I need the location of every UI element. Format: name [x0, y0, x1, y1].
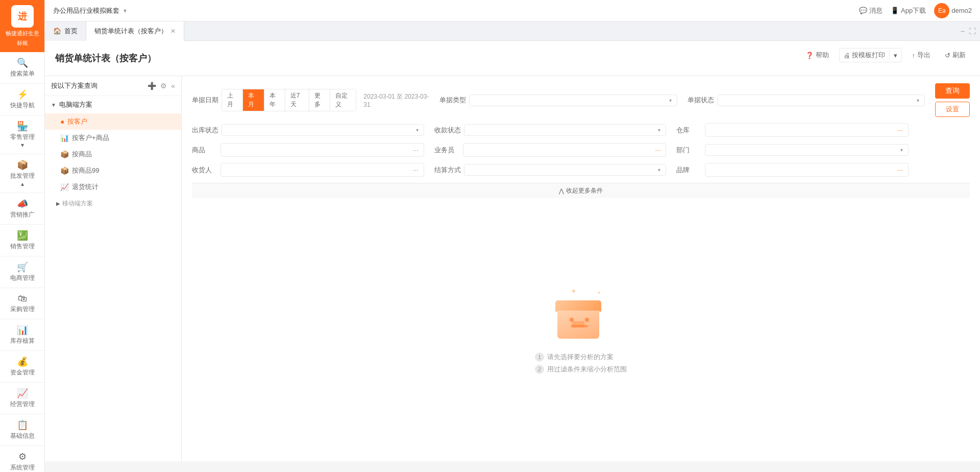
sidebar-item-ecommerce[interactable]: 🛒 电商管理: [0, 256, 44, 288]
sidebar-item-label: 库存核算: [10, 337, 35, 345]
filter-settlement-input[interactable]: ▾: [464, 164, 667, 176]
filter-department-arrow: ▾: [900, 147, 903, 153]
basicinfo-icon: 📋: [17, 419, 28, 431]
help-btn[interactable]: ❓ 帮助: [801, 49, 833, 62]
empty-hints: 1 请先选择要分析的方案 2 用过滤条件来缩小分析范围: [535, 352, 627, 374]
export-btn[interactable]: ↑ 导出: [908, 49, 935, 62]
retail-icon: 🏪: [17, 121, 28, 132]
tree-item-label: 退货统计: [72, 182, 99, 192]
left-panel-header: 按以下方案查询 ➕ ⚙ «: [45, 76, 181, 96]
sidebar-item-basicinfo[interactable]: 📋 基础信息: [0, 414, 44, 446]
sidebar-item-finance[interactable]: 💰 资金管理: [0, 351, 44, 383]
filter-goods-input[interactable]: ···: [220, 143, 424, 157]
tree-item-label: 按商品99: [72, 166, 99, 175]
date-btn-last7[interactable]: 近7天: [285, 89, 309, 111]
user-area[interactable]: Ea demo2: [934, 3, 972, 18]
sidebar-item-retail[interactable]: 🏪 零售管理 ▾: [0, 115, 44, 154]
date-btn-thisyear[interactable]: 本年: [264, 89, 285, 111]
search-icon: 🔍: [17, 57, 28, 68]
sidebar-item-marketing[interactable]: 📣 营销推广: [0, 193, 44, 225]
filter-row-4: 收货人 ··· 结算方式 ▾: [192, 163, 970, 177]
filter-department-input[interactable]: ▾: [705, 144, 909, 156]
filter-brand-input[interactable]: ···: [705, 163, 909, 177]
tree-item-by-goods[interactable]: 📦 按商品: [45, 146, 181, 162]
date-btn-more[interactable]: 更多: [309, 89, 330, 111]
filter-department: 部门 ▾: [676, 144, 909, 156]
tab-maximize-icon[interactable]: ⛶: [969, 27, 976, 35]
collapse-panel-icon[interactable]: «: [171, 82, 175, 90]
filter-brand-label: 品牌: [676, 166, 702, 175]
filter-recv-status-input[interactable]: ▾: [464, 124, 667, 136]
left-panel-icons: ➕ ⚙ «: [148, 82, 175, 90]
filter-settlement-label: 结算方式: [434, 166, 461, 175]
tree-item-label: 按客户+商品: [72, 133, 109, 143]
sidebar-item-inventory[interactable]: 📊 库存核算: [0, 319, 44, 351]
hint-num-2: 2: [535, 365, 544, 374]
query-button[interactable]: 查询: [935, 83, 970, 99]
sidebar-item-quicknav[interactable]: ⚡ 快捷导航: [0, 84, 44, 115]
filter-doc-status-arrow: ▾: [917, 98, 919, 103]
help-icon: ❓: [805, 52, 814, 59]
filter-doc-type-input[interactable]: ▾: [469, 95, 677, 106]
filter-receiver-dots: ···: [413, 166, 419, 174]
filter-salesperson-input[interactable]: ···: [463, 143, 667, 157]
sparkle-small-icon: ✦: [597, 290, 601, 295]
tab-sales-stat[interactable]: 销货单统计表（按客户） ✕: [86, 21, 184, 41]
add-scheme-icon[interactable]: ➕: [148, 82, 156, 90]
collapse-bar[interactable]: ⋀ 收起更多条件: [192, 183, 970, 198]
tab-home[interactable]: 🏠 首页: [45, 21, 86, 41]
sidebar-item-label: 快捷导航: [10, 101, 35, 110]
system-icon: ⚙: [18, 451, 27, 462]
tree-group-desktop[interactable]: ▼ 电脑端方案: [45, 96, 181, 113]
refresh-btn[interactable]: ↺ 刷新: [941, 49, 970, 62]
message-btn[interactable]: 💬 消息: [859, 6, 883, 15]
settings-button[interactable]: 设置: [935, 102, 970, 117]
date-btn-lastmonth[interactable]: 上月: [222, 89, 243, 111]
hint-1: 1 请先选择要分析的方案: [535, 352, 627, 362]
filter-doc-status: 单据状态 ▾: [688, 95, 925, 106]
sidebar-item-search[interactable]: 🔍 搜索菜单: [0, 52, 44, 84]
tree-item-return-stat[interactable]: 📈 退货统计: [45, 179, 181, 195]
sidebar-item-label: 批发管理: [10, 172, 35, 180]
tree-item-by-customer-goods[interactable]: 📊 按客户+商品: [45, 130, 181, 146]
tab-sales-stat-label: 销货单统计表（按客户）: [94, 27, 167, 36]
app-download-btn[interactable]: 📱 App下载: [891, 6, 926, 15]
date-btn-custom[interactable]: 自定义: [330, 89, 356, 111]
left-panel: 按以下方案查询 ➕ ⚙ « ▼ 电脑端方案 ● 按客户: [45, 76, 182, 461]
sidebar-item-purchase[interactable]: 🛍 采购管理: [0, 288, 44, 319]
filter-doc-type-arrow: ▾: [669, 98, 672, 103]
logo-sub-subtitle: 标账: [17, 39, 28, 47]
tree-group-mobile[interactable]: ▶ 移动端方案: [45, 195, 181, 212]
query-settings-area: 查询 设置: [935, 83, 970, 117]
date-btn-thismonth[interactable]: 本月: [243, 89, 264, 111]
settings-scheme-icon[interactable]: ⚙: [160, 82, 167, 90]
app-icon: 📱: [891, 7, 899, 14]
filter-row-2: 出库状态 ▾ 收款状态 ▾: [192, 123, 970, 137]
template-print-main[interactable]: 🖨 按模板打印: [840, 49, 889, 62]
filter-out-status-input[interactable]: ▾: [222, 124, 424, 136]
filter-receiver-input[interactable]: ···: [220, 163, 424, 177]
filter-doc-status-input[interactable]: ▾: [717, 95, 925, 106]
expand-icon: ▾: [21, 141, 24, 149]
tab-close-icon[interactable]: ✕: [170, 28, 176, 35]
filter-warehouse-input[interactable]: ···: [705, 123, 909, 137]
sidebar-item-sales[interactable]: 💹 销售管理: [0, 225, 44, 256]
sidebar-item-operations[interactable]: 📈 经营管理: [0, 383, 44, 414]
tab-minimize-icon[interactable]: −: [961, 27, 965, 35]
inventory-icon: 📊: [17, 324, 28, 336]
left-panel-title: 按以下方案查询: [51, 81, 97, 90]
filter-department-label: 部门: [676, 146, 702, 155]
sidebar-item-wholesale[interactable]: 📦 批发管理 ▴: [0, 154, 44, 193]
template-print-arrow[interactable]: ▾: [890, 50, 901, 61]
customer-goods-icon: 📊: [60, 134, 69, 142]
return-stat-icon: 📈: [60, 183, 69, 191]
tree-item-by-goods99[interactable]: 📦 按商品99: [45, 162, 181, 179]
tree-group-mobile-label: 移动端方案: [62, 199, 93, 208]
sidebar-item-system[interactable]: ⚙ 系统管理: [0, 446, 44, 472]
filter-warehouse: 仓库 ···: [676, 123, 909, 137]
sparkle-icon: ✦: [571, 287, 577, 295]
filter-doc-type-label: 单据类型: [439, 96, 466, 105]
marketing-icon: 📣: [17, 198, 28, 209]
app-download-label: App下载: [901, 6, 926, 15]
tree-item-by-customer[interactable]: ● 按客户: [45, 113, 181, 130]
